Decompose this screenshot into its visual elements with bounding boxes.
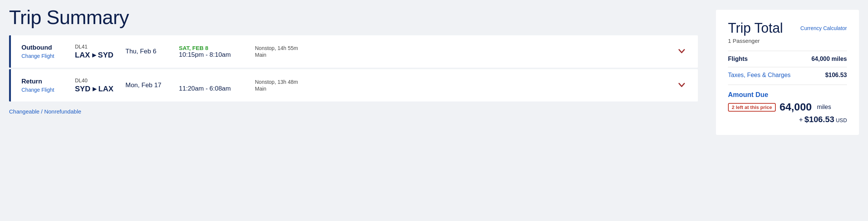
flights-value: 64,000 miles xyxy=(812,56,847,62)
amount-due-label: Amount Due xyxy=(728,91,847,99)
flights-label: Flights xyxy=(728,56,748,62)
outbound-change-link[interactable]: Change Flight xyxy=(21,53,63,59)
outbound-depart-date: Thu, Feb 6 xyxy=(125,48,167,55)
taxes-label[interactable]: Taxes, Fees & Charges xyxy=(728,72,790,79)
left-panel: Trip Summary Outbound Change Flight DL41… xyxy=(9,6,698,115)
outbound-flight-card: Outbound Change Flight DL41 LAX ▸ SYD Th… xyxy=(9,35,698,68)
usd-unit: USD xyxy=(836,117,847,123)
right-panel: Trip Total Currency Calculator 1 Passeng… xyxy=(716,10,859,135)
amount-due-section: Amount Due 2 left at this price 64,000 m… xyxy=(728,85,847,124)
taxes-price-row: Taxes, Fees & Charges $106.53 xyxy=(728,67,847,83)
chevron-down-icon xyxy=(678,47,686,55)
amount-due-row: 2 left at this price 64,000 miles xyxy=(728,101,847,113)
outbound-label: Outbound Change Flight xyxy=(21,44,63,59)
return-type: Return xyxy=(21,78,63,85)
return-expand-button[interactable] xyxy=(676,79,687,92)
flights-price-row: Flights 64,000 miles xyxy=(728,51,847,67)
usd-amount: $106.53 xyxy=(804,115,834,124)
outbound-flight-info: Nonstop, 14h 55m Main xyxy=(255,45,304,58)
chevron-down-icon xyxy=(678,81,686,89)
seats-left-badge: 2 left at this price xyxy=(728,103,776,112)
trip-total-title: Trip Total xyxy=(728,20,783,36)
return-flight-info: Nonstop, 13h 48m Main xyxy=(255,79,304,92)
outbound-arrive-date-wrapper: SAT, FEB 8 10:15pm - 8:10am xyxy=(179,45,243,59)
miles-unit: miles xyxy=(817,104,831,110)
return-time-wrapper: 11:20am - 6:08am xyxy=(179,78,243,92)
changeable-note: Changeable / Nonrefundable xyxy=(9,108,698,115)
outbound-type: Outbound xyxy=(21,44,63,51)
outbound-expand-button[interactable] xyxy=(676,45,687,58)
plus-sign: + xyxy=(799,116,803,124)
outbound-arrive-date: SAT, FEB 8 xyxy=(179,45,243,51)
outbound-time: 10:15pm - 8:10am xyxy=(179,51,243,59)
taxes-value: $106.53 xyxy=(825,72,847,79)
return-time: 11:20am - 6:08am xyxy=(179,85,243,92)
page-wrapper: Trip Summary Outbound Change Flight DL41… xyxy=(9,6,859,135)
return-change-link[interactable]: Change Flight xyxy=(21,87,63,93)
trip-total-header: Trip Total Currency Calculator xyxy=(728,20,847,36)
currency-calculator-link[interactable]: Currency Calculator xyxy=(800,25,847,31)
passenger-count: 1 Passenger xyxy=(728,38,847,44)
return-flight-number: DL40 SYD ▸ LAX xyxy=(75,77,113,93)
return-flight-card: Return Change Flight DL40 SYD ▸ LAX Mon,… xyxy=(9,69,698,101)
return-depart-date: Mon, Feb 17 xyxy=(125,82,167,89)
miles-amount: 64,000 xyxy=(780,101,812,113)
page-title: Trip Summary xyxy=(9,6,698,29)
return-label: Return Change Flight xyxy=(21,78,63,93)
outbound-flight-number: DL41 LAX ▸ SYD xyxy=(75,44,113,59)
usd-row: + $106.53 USD xyxy=(728,115,847,124)
